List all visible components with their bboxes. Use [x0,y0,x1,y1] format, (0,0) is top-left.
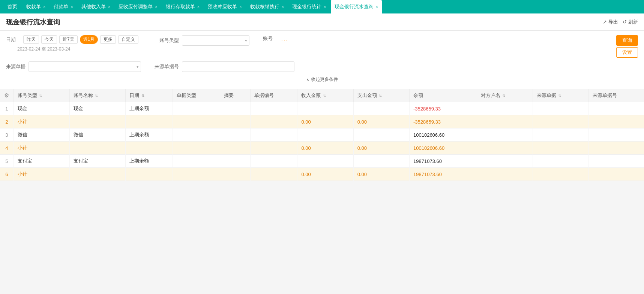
date-btn-7days[interactable]: 近7天 [59,35,78,44]
row-num: 4 [0,142,14,155]
nav-tab-yushou[interactable]: 预收冲应收单 × [204,0,245,13]
th-doc-type[interactable]: 单据类型 [173,89,220,102]
th-summary[interactable]: 摘要 [220,89,250,102]
cell-summary [220,128,250,142]
cell-doc-no [250,168,297,181]
cell-account-type: 小计 [14,168,69,181]
nav-tab-qita[interactable]: 其他收入单 × [78,0,114,13]
close-icon[interactable]: × [282,4,284,9]
cell-source-doc-no [589,128,644,142]
cell-balance: 100102606.60 [410,128,477,142]
cell-account-type: 现金 [14,102,69,115]
nav-home[interactable]: 首页 [3,3,22,10]
date-btn-today[interactable]: 今天 [41,35,57,44]
cell-source-doc-no [589,155,644,168]
close-icon[interactable]: × [43,4,45,9]
account-type-label: 账号类型 [159,37,179,44]
cell-account-name: 现金 [69,102,125,115]
cell-account-name: 微信 [69,128,125,142]
sort-icon: ⇅ [39,94,42,98]
close-icon[interactable]: × [376,4,378,9]
th-date[interactable]: 日期 ⇅ [126,89,173,102]
cell-doc-no [250,128,297,142]
source-doc-select[interactable] [29,61,141,72]
cell-counterparty [477,168,533,181]
th-expense[interactable]: 支出金额 ⇅ [353,89,409,102]
account-dots-button[interactable]: ... [281,35,288,42]
source-doc-label: 来源单据 [6,63,26,70]
collapse-bar[interactable]: ∧ 收起更多条件 [6,75,638,84]
cell-doc-type [173,168,220,181]
nav-tab-shoukuan[interactable]: 收款单 × [23,0,49,13]
date-btn-1month[interactable]: 近1月 [80,35,98,44]
cell-doc-type [173,128,220,142]
cell-expense: 0.00 [353,142,409,155]
cell-expense [353,102,409,115]
cell-doc-no [250,155,297,168]
close-icon[interactable]: × [239,4,242,9]
query-button[interactable]: 查询 [616,35,638,46]
th-account-name[interactable]: 账号名称 ⇅ [69,89,125,102]
account-type-select[interactable] [182,35,249,46]
th-income[interactable]: 收入金额 ⇅ [297,89,353,102]
table-body: 1现金现金上期余额-3528659.332小计0.000.00-3528659.… [0,102,644,181]
cell-source-doc [533,128,588,142]
row-num: 6 [0,168,14,181]
cell-income [297,128,353,142]
source-doc-no-input[interactable] [182,61,294,72]
sort-icon: ⇅ [558,94,561,98]
refresh-icon: ↺ [623,19,627,25]
nav-tab-tongji[interactable]: 现金银行统计 × [288,0,330,13]
cell-account-type: 小计 [14,115,69,128]
source-doc-select-wrap: ▾ [29,61,141,72]
nav-tab-fukuan[interactable]: 付款单 × [50,0,77,13]
date-btn-yesterday[interactable]: 昨天 [23,35,39,44]
th-counterparty[interactable]: 对方户名 ⇅ [477,89,533,102]
cell-date [126,168,173,181]
cell-balance: 19871073.60 [410,155,477,168]
nav-tab-liushui[interactable]: 现金银行流水查询 × [331,0,382,13]
table-row: 5支付宝支付宝上期余额19871073.60 [0,155,644,168]
date-btn-custom[interactable]: 自定义 [118,35,138,44]
page-title: 现金银行流水查询 [6,18,60,27]
close-icon[interactable]: × [108,4,110,9]
cell-summary [220,102,250,115]
cell-balance: 100102606.60 [410,142,477,155]
close-icon[interactable]: × [324,4,326,9]
th-doc-type-label: 单据类型 [177,93,196,98]
th-account-type[interactable]: 账号类型 ⇅ [14,89,69,102]
close-icon[interactable]: × [155,4,157,9]
cell-doc-type [173,142,220,155]
top-navigation: 首页 收款单 × 付款单 × 其他收入单 × 应收应付调整单 × 银行存取款单 … [0,0,644,13]
cell-balance: 19871073.60 [410,168,477,181]
refresh-button[interactable]: ↺ 刷新 [623,19,638,25]
close-icon[interactable]: × [197,4,200,9]
th-date-label: 日期 [129,93,139,98]
th-doc-no[interactable]: 单据编号 [250,89,297,102]
nav-tab-yinhang[interactable]: 银行存取款单 × [162,0,203,13]
export-button[interactable]: ↗ 导出 [603,19,618,25]
cell-date: 上期余额 [126,102,173,115]
cell-doc-type [173,155,220,168]
table-row: 1现金现金上期余额-3528659.33 [0,102,644,115]
cell-balance: -3528659.33 [410,115,477,128]
cell-counterparty [477,142,533,155]
table-header-row: ⚙ 账号类型 ⇅ 账号名称 ⇅ 日期 ⇅ 单据类型 摘要 [0,89,644,102]
cell-income: 0.00 [297,168,353,181]
cell-counterparty [477,155,533,168]
gear-icon[interactable]: ⚙ [4,92,9,98]
cell-source-doc [533,155,588,168]
setting-button[interactable]: 设置 [616,47,638,58]
th-source-doc[interactable]: 来源单据 ⇅ [533,89,588,102]
close-icon[interactable]: × [71,4,73,9]
th-source-doc-no[interactable]: 来源单据号 [589,89,644,102]
cell-date [126,142,173,155]
cell-expense: 0.00 [353,168,409,181]
cell-summary [220,115,250,128]
collapse-up-icon: ∧ [306,77,309,82]
th-expense-label: 支出金额 [357,93,377,98]
nav-tab-yingshou[interactable]: 应收应付调整单 × [115,0,161,13]
th-balance[interactable]: 余额 [410,89,477,102]
date-btn-more[interactable]: 更多 [100,35,116,44]
nav-tab-shoukuan-hexiao[interactable]: 收款核销执行 × [246,0,288,13]
